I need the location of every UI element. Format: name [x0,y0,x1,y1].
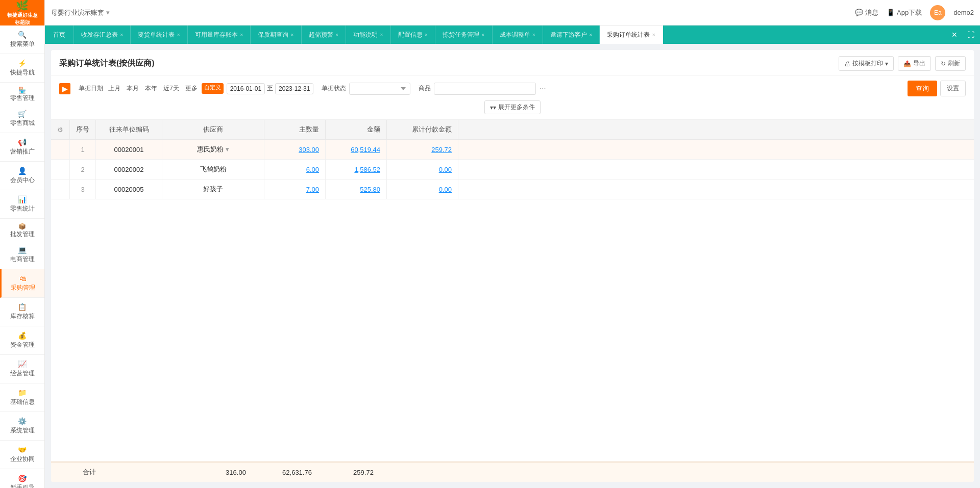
date-filter-group: 单据日期 上月 本月 本年 近7天 更多 自定义 2016-01-01 至 [79,83,313,94]
search-icon: 🔍 [0,31,44,39]
tab-close-config[interactable]: × [425,32,428,38]
goods-filter-input[interactable] [434,83,536,95]
sidebar-item-basic-info[interactable]: 📁 基础信息 [0,383,44,412]
tab-purchase-order-stats[interactable]: 采购订单统计表 × [600,25,663,44]
sidebar-item-enterprise[interactable]: 🤝 企业协同 [0,441,44,469]
td-qty-3: 7.00 [264,179,326,199]
tab-invite-customer[interactable]: 邀请下游客户 × [543,25,600,44]
user-avatar[interactable]: Ea [930,5,945,20]
sidebar-item-member[interactable]: 👤 会员中心 [0,162,44,190]
tab-picking[interactable]: 拣货任务管理 × [435,25,492,44]
filter-toggle-btn[interactable]: ▶ [59,83,70,94]
tab-config[interactable]: 配置信息 × [391,25,435,44]
supplier-expand-1[interactable]: ▾ [226,145,229,153]
qty-link-3[interactable]: 7.00 [306,186,319,193]
sidebar-item-system[interactable]: ⚙️ 系统管理 [0,412,44,441]
goods-filter-more[interactable]: ··· [539,84,546,93]
shortcut-last-month[interactable]: 上月 [106,83,122,94]
paid-link-1[interactable]: 259.72 [431,146,452,153]
paid-link-3[interactable]: 0.00 [439,186,452,193]
qty-link-1[interactable]: 303.00 [299,146,319,153]
tab-inventory-book[interactable]: 可用量库存账本 × [188,25,251,44]
td-no-2: 2 [70,160,96,179]
message-button[interactable]: 💬 消息 [855,8,878,17]
sidebar-item-search[interactable]: 🔍 搜索菜单 [0,25,44,54]
search-button[interactable]: 查询 [908,81,937,96]
sidebar-item-retail-mgmt[interactable]: 🏪 零售管理 [0,83,44,105]
tab-close-expiry[interactable]: × [290,32,293,38]
paid-link-2[interactable]: 0.00 [439,166,452,173]
workspace-selector[interactable]: 母婴行业演示账套 ▾ [51,8,110,17]
tab-close-purchase-order-stats[interactable]: × [652,32,655,38]
tab-close-inventory-book[interactable]: × [240,32,243,38]
sidebar-item-wholesale[interactable]: 📦 批发管理 [0,219,44,241]
sidebar-item-operations-label: 经营管理 [0,369,44,378]
tab-close-invite-customer[interactable]: × [589,32,592,38]
table-header: ⚙ 序号 往来单位编码 供应商 主数量 金额 累计付款金额 [51,120,974,140]
expand-filters-button[interactable]: ▾▾ 展开更多条件 [484,100,541,114]
tab-close-overstock[interactable]: × [335,32,338,38]
sidebar-item-finance[interactable]: 💰 资金管理 [0,326,44,355]
tab-function-desc[interactable]: 功能说明 × [346,25,390,44]
sidebar-item-guide[interactable]: 🎯 新手引导 [0,469,44,488]
tab-bar-end: ✕ ⛶ [947,28,980,42]
tab-picking-label: 拣货任务管理 [443,31,479,39]
amount-link-3[interactable]: 525.80 [360,186,380,193]
tab-close-function-desc[interactable]: × [380,32,383,38]
sidebar-item-ecommerce[interactable]: 💻 电商管理 [0,241,44,269]
date-to[interactable]: 2023-12-31 [275,83,313,94]
th-settings: ⚙ [51,120,70,140]
date-from[interactable]: 2016-01-01 [227,83,265,94]
td-no-1: 1 [70,140,96,160]
tab-close-picking[interactable]: × [481,32,484,38]
tab-purchase-stats[interactable]: 要货单统计表 × [131,25,187,44]
sidebar-item-retail-mall[interactable]: 🛒 零售商城 [0,105,44,133]
operations-icon: 📈 [0,360,44,368]
sidebar-item-inventory[interactable]: 📋 库存核算 [0,298,44,326]
amount-link-2[interactable]: 1,586.52 [354,166,380,173]
tab-purchase-order-stats-label: 采购订单统计表 [607,31,650,39]
tab-close-purchase-stats[interactable]: × [177,32,180,38]
footer-label: 合计 [57,468,205,477]
export-button[interactable]: 📤 导出 [898,56,931,71]
td-qty-2: 6.00 [264,160,326,179]
sidebar-item-purchase[interactable]: 🛍 采购管理 [0,269,44,298]
sidebar-item-marketing-label: 营销推广 [0,147,44,156]
tab-overstock[interactable]: 超储预警 × [302,25,346,44]
purchase-icon: 🛍 [2,274,44,282]
tab-receivables[interactable]: 收发存汇总表 × [74,25,131,44]
goods-filter-label: 商品 [419,84,431,93]
td-amount-3: 525.80 [326,179,387,199]
sidebar-item-shortcut[interactable]: ⚡ 快捷导航 [0,54,44,83]
template-print-button[interactable]: 🖨 按模板打印 ▾ [839,56,894,71]
filter-settings-button[interactable]: 设置 [940,81,966,96]
sidebar: 🌿 畅捷通好生意 标题版 🔍 搜索菜单 ⚡ 快捷导航 🏪 零售管理 🛒 零售商城… [0,0,45,488]
shortcut-more[interactable]: 更多 [183,83,200,94]
tab-cost-adjust[interactable]: 成本调整单 × [493,25,543,44]
page-body: 采购订单统计表(按供应商) 🖨 按模板打印 ▾ 📤 导出 ↻ 刷新 [45,44,980,488]
shortcut-this-year[interactable]: 本年 [143,83,159,94]
app-download-button[interactable]: 📱 App下载 [887,8,922,17]
date-shortcuts: 上月 本月 本年 近7天 更多 自定义 [106,83,224,94]
user-name[interactable]: demo2 [953,9,974,16]
sidebar-item-marketing[interactable]: 📢 营销推广 [0,133,44,162]
sidebar-item-operations[interactable]: 📈 经营管理 [0,355,44,383]
sidebar-item-inventory-label: 库存核算 [0,312,44,321]
shortcut-this-month[interactable]: 本月 [125,83,141,94]
tab-fullscreen-btn[interactable]: ⛶ [964,28,978,42]
tab-close-cost-adjust[interactable]: × [532,32,535,38]
filter-action-btns: 查询 设置 [908,81,966,96]
tab-close-receivables[interactable]: × [120,32,123,38]
table-body: 1 00020001 惠氏奶粉 ▾ 303.00 60,519.44 [51,140,974,199]
status-filter-select[interactable] [349,83,410,95]
table-settings-icon[interactable]: ⚙ [57,126,63,134]
tab-expiry[interactable]: 保质期查询 × [251,25,301,44]
sidebar-item-member-label: 会员中心 [0,176,44,185]
sidebar-item-retail-stats[interactable]: 📊 零售统计 [0,190,44,219]
tab-close-all-btn[interactable]: ✕ [947,28,962,42]
tab-home[interactable]: 首页 [45,25,74,44]
shortcut-7days[interactable]: 近7天 [161,83,181,94]
qty-link-2[interactable]: 6.00 [306,166,319,173]
amount-link-1[interactable]: 60,519.44 [351,146,380,153]
refresh-button[interactable]: ↻ 刷新 [935,56,966,71]
